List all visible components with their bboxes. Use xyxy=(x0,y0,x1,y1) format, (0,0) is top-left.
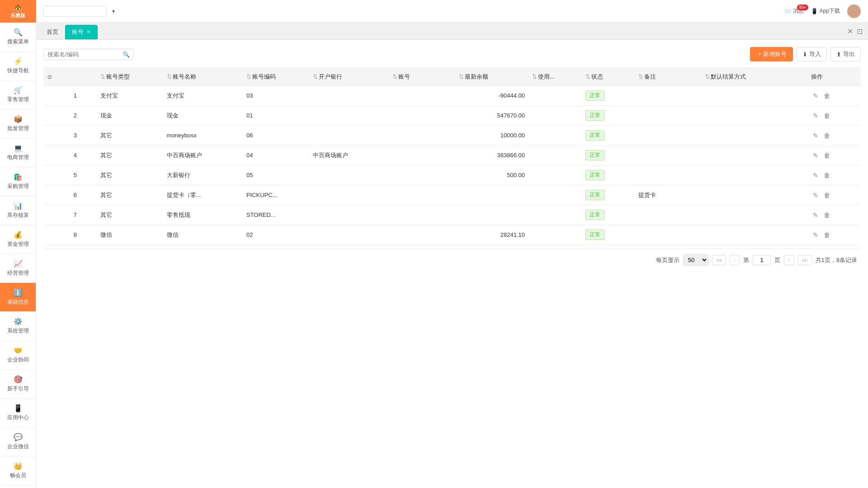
delete-btn[interactable]: 🗑 xyxy=(822,151,832,160)
delete-btn[interactable]: 🗑 xyxy=(822,111,832,120)
sidebar-item-基础信息[interactable]: ℹ️基础信息 xyxy=(0,283,36,312)
topbar-app-download[interactable]: 📱 App下载 xyxy=(811,7,840,15)
col-header-备注: ⇅备注 xyxy=(635,68,701,86)
dropdown-chevron-icon: ▾ xyxy=(112,8,115,14)
sidebar-nav: 🔍搜索菜单⚡快捷导航🛒零售管理📦批发管理💻电商管理🛍️采购管理📊库存核算💰资金管… xyxy=(0,23,36,488)
table-cell: 正常 xyxy=(582,225,635,245)
edit-btn[interactable]: ✎ xyxy=(811,131,820,140)
delete-btn[interactable]: 🗑 xyxy=(822,131,832,140)
tab-close-all-btn[interactable]: ✕ xyxy=(847,27,853,35)
sidebar-icon: 👑 xyxy=(14,462,23,470)
import-btn[interactable]: ⬇ 导入 xyxy=(797,47,827,61)
table-cell: 其它 xyxy=(97,145,163,165)
sidebar-item-库存核算[interactable]: 📊库存核算 xyxy=(0,196,36,225)
sidebar-icon: 🛍️ xyxy=(14,173,23,181)
topbar-dropdown[interactable]: ▾ xyxy=(112,8,115,14)
sidebar-icon: 📈 xyxy=(14,259,23,268)
delete-btn[interactable]: 🗑 xyxy=(822,91,832,100)
sidebar-item-快捷导航[interactable]: ⚡快捷导航 xyxy=(0,52,36,80)
sidebar-item-采购管理[interactable]: 🛍️采购管理 xyxy=(0,167,36,196)
sidebar-item-畅会员[interactable]: 👑畅会员 xyxy=(0,456,36,485)
sidebar-item-资金管理[interactable]: 💰资金管理 xyxy=(0,225,36,254)
table-cell xyxy=(389,165,455,185)
sidebar-item-系统管理[interactable]: ⚙️系统管理 xyxy=(0,312,36,341)
sidebar-item-企业微信[interactable]: 💬企业微信 xyxy=(0,427,36,456)
table-cell xyxy=(701,86,807,106)
message-badge: 99+ xyxy=(797,5,808,10)
table-cell: 正常 xyxy=(582,145,635,165)
sidebar-item-批发管理[interactable]: 📦批发管理 xyxy=(0,109,36,138)
sidebar-label: 企业微信 xyxy=(7,443,29,450)
edit-btn[interactable]: ✎ xyxy=(811,91,820,100)
sidebar-label: 电商管理 xyxy=(7,154,29,161)
sort-icon: ⇅ xyxy=(459,73,464,80)
col-header-最新余额: ⇅最新余额 xyxy=(455,68,528,86)
edit-btn[interactable]: ✎ xyxy=(811,111,820,120)
edit-btn[interactable]: ✎ xyxy=(811,191,820,200)
table-cell: 7 xyxy=(70,205,97,225)
sidebar-label: 资金管理 xyxy=(7,240,29,248)
sidebar-item-应用中心[interactable]: 📱应用中心 xyxy=(0,399,36,427)
table-cell xyxy=(701,145,807,165)
tab-close-icon[interactable]: ✕ xyxy=(86,29,91,35)
table-cell: 现金 xyxy=(163,106,243,126)
table-cell: 正常 xyxy=(582,126,635,145)
sidebar-label: 零售管理 xyxy=(7,96,29,103)
edit-btn[interactable]: ✎ xyxy=(811,151,820,160)
col-header-状态: ⇅状态 xyxy=(582,68,635,86)
sidebar-icon: ⚙️ xyxy=(14,317,23,326)
delete-btn[interactable]: 🗑 xyxy=(822,191,832,200)
tab-账号[interactable]: 账号✕ xyxy=(65,25,98,39)
table-cell: STORED... xyxy=(243,205,309,225)
delete-btn[interactable]: 🗑 xyxy=(822,211,832,220)
search-box[interactable]: 🔍 xyxy=(43,49,134,60)
export-btn[interactable]: ⬆ 导出 xyxy=(830,47,861,61)
sidebar-item-新手引导[interactable]: 🎯新手引导 xyxy=(0,370,36,399)
sidebar-item-搜索菜单[interactable]: 🔍搜索菜单 xyxy=(0,23,36,52)
table-cell: 正常 xyxy=(582,205,635,225)
table-cell xyxy=(701,106,807,126)
search-input[interactable] xyxy=(47,51,120,58)
settings-icon[interactable]: ⚙ xyxy=(47,74,52,80)
add-account-btn[interactable]: + 新增账号 xyxy=(750,47,793,61)
delete-btn[interactable]: 🗑 xyxy=(822,171,832,180)
table-cell xyxy=(635,205,701,225)
edit-btn[interactable]: ✎ xyxy=(811,230,820,239)
edit-btn[interactable]: ✎ xyxy=(811,211,820,220)
user-avatar[interactable] xyxy=(847,5,861,18)
sidebar-item-企业协同[interactable]: 🤝企业协同 xyxy=(0,341,36,370)
table-row: 4其它中百商场账户04中百商场账户383866.00正常 ✎ 🗑 xyxy=(43,145,861,165)
tab-label: 账号 xyxy=(72,28,84,36)
sidebar-item-零售管理[interactable]: 🛒零售管理 xyxy=(0,80,36,109)
sidebar-label: 搜索菜单 xyxy=(7,38,29,46)
prev-page-btn[interactable]: ‹ xyxy=(730,255,740,265)
col-settings[interactable]: ⚙ xyxy=(43,68,70,86)
topbar-search-input[interactable] xyxy=(43,6,107,17)
table-cell xyxy=(43,165,70,185)
tab-首页[interactable]: 首页 xyxy=(40,25,65,39)
per-page-select[interactable]: 50 100 200 xyxy=(683,254,708,266)
topbar-message-btn[interactable]: ✉️ 消息 99+ xyxy=(784,7,804,15)
export-icon: ⬆ xyxy=(836,51,841,58)
table-cell: 微信 xyxy=(163,225,243,245)
next-page-btn[interactable]: › xyxy=(784,255,794,265)
table-cell: 其它 xyxy=(97,205,163,225)
table-cell: 383866.00 xyxy=(455,145,528,165)
tab-bar: 首页账号✕ ✕ ⊡ xyxy=(36,23,868,40)
tab-expand-btn[interactable]: ⊡ xyxy=(857,27,863,35)
edit-btn[interactable]: ✎ xyxy=(811,171,820,180)
table-cell: 大新银行 xyxy=(163,165,243,185)
sidebar-item-电商管理[interactable]: 💻电商管理 xyxy=(0,138,36,167)
table-cell: 现金 xyxy=(97,106,163,126)
last-page-btn[interactable]: ⏭ xyxy=(798,255,812,265)
sidebar-icon: 🤝 xyxy=(14,346,23,355)
sidebar-icon: 📊 xyxy=(14,202,23,210)
table-row: 8微信微信0228241.10正常 ✎ 🗑 xyxy=(43,225,861,245)
table-cell: 支付宝 xyxy=(163,86,243,106)
page-input[interactable] xyxy=(753,255,771,265)
table-cell xyxy=(309,86,389,106)
status-badge: 正常 xyxy=(585,230,604,240)
first-page-btn[interactable]: ⏮ xyxy=(712,255,726,265)
delete-btn[interactable]: 🗑 xyxy=(822,230,832,239)
sidebar-item-经营管理[interactable]: 📈经营管理 xyxy=(0,254,36,283)
